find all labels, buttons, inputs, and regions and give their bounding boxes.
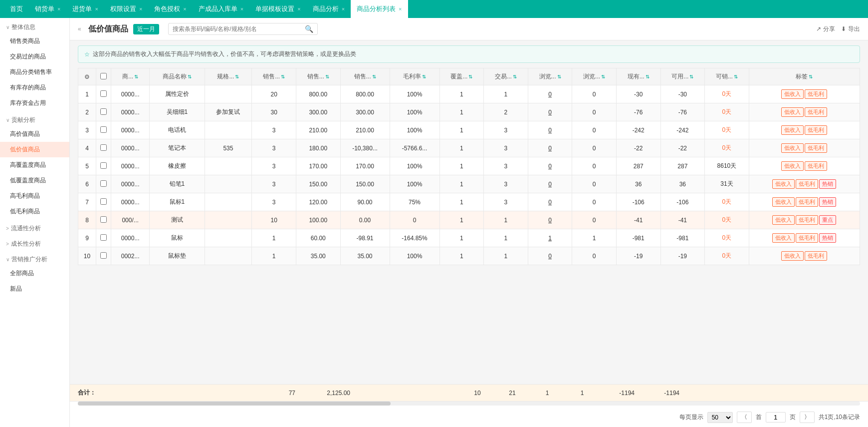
cell-view1[interactable]: 0	[528, 157, 572, 175]
col-settings[interactable]: ⚙	[78, 68, 96, 85]
close-sales-tab[interactable]: ×	[57, 6, 60, 12]
col-checkbox[interactable]	[96, 68, 111, 85]
row-checkbox[interactable]	[100, 216, 107, 223]
cell-checkbox[interactable]	[96, 211, 111, 229]
nav-inbound[interactable]: 产成品入库单 ×	[193, 0, 249, 18]
col-tags[interactable]: 标签⇅	[749, 68, 860, 85]
row-checkbox[interactable]	[100, 234, 107, 241]
nav-sales[interactable]: 销货单 ×	[29, 0, 66, 18]
col-view1[interactable]: 浏览...⇅	[528, 68, 572, 85]
col-code[interactable]: 商...⇅	[111, 68, 150, 85]
cell-view1[interactable]: 0	[528, 175, 572, 193]
sidebar-item-new-goods[interactable]: 新品	[0, 281, 69, 297]
cell-view1[interactable]: 1	[528, 229, 572, 247]
col-coverage[interactable]: 覆盖...⇅	[439, 68, 484, 85]
next-page-btn[interactable]: 〉	[800, 412, 815, 423]
col-available[interactable]: 可用...⇅	[660, 68, 705, 85]
view1-link[interactable]: 0	[548, 145, 552, 152]
col-current[interactable]: 现有...⇅	[616, 68, 660, 85]
cell-view1[interactable]: 0	[528, 139, 572, 157]
cell-checkbox[interactable]	[96, 247, 111, 265]
row-checkbox[interactable]	[100, 126, 107, 133]
sidebar-item-sales-category[interactable]: 销售类商品	[0, 33, 69, 49]
view1-link[interactable]: 0	[548, 199, 552, 206]
view1-link[interactable]: 0	[548, 217, 552, 224]
search-icon[interactable]: 🔍	[305, 25, 313, 33]
close-analysis-tab[interactable]: ×	[342, 6, 345, 12]
close-analysis-list-tab[interactable]: ×	[399, 6, 402, 12]
sidebar-item-with-stock[interactable]: 有库存的商品	[0, 80, 69, 95]
select-all-checkbox[interactable]	[100, 73, 107, 79]
sidebar-item-low-value[interactable]: 低价值商品	[0, 142, 69, 157]
sidebar-item-high-value[interactable]: 高价值商品	[0, 126, 69, 142]
sidebar-item-high-margin[interactable]: 高毛利商品	[0, 188, 69, 204]
page-input[interactable]	[766, 412, 786, 423]
col-view2[interactable]: 浏览...⇅	[572, 68, 617, 85]
col-sale-qty[interactable]: 销售...⇅	[252, 68, 296, 85]
cell-checkbox[interactable]	[96, 157, 111, 175]
horizontal-scrollbar[interactable]	[78, 402, 860, 406]
sidebar-item-low-coverage[interactable]: 低覆盖度商品	[0, 173, 69, 188]
row-checkbox[interactable]	[100, 162, 107, 169]
scrollbar-thumb[interactable]	[78, 402, 391, 406]
toggle-contribution[interactable]: ∨	[6, 117, 9, 123]
sidebar-item-all-goods[interactable]: 全部商品	[0, 266, 69, 281]
cell-checkbox[interactable]	[96, 121, 111, 139]
row-checkbox[interactable]	[100, 90, 107, 97]
nav-template[interactable]: 单据模板设置 ×	[249, 0, 306, 18]
view1-link[interactable]: 0	[548, 91, 552, 98]
first-page-btn[interactable]: 〈	[737, 412, 752, 423]
settings-icon[interactable]: ⚙	[84, 73, 90, 80]
sidebar-item-traded[interactable]: 交易过的商品	[0, 49, 69, 64]
cell-view1[interactable]: 0	[528, 247, 572, 265]
col-sale-profit[interactable]: 销售...⇅	[340, 68, 390, 85]
search-input[interactable]	[173, 25, 305, 32]
toggle-marketing[interactable]: ∨	[6, 257, 9, 262]
col-name[interactable]: 商品名称⇅	[150, 68, 205, 85]
cell-checkbox[interactable]	[96, 229, 111, 247]
col-trade[interactable]: 交易...⇅	[484, 68, 528, 85]
sidebar-item-low-margin[interactable]: 低毛利商品	[0, 204, 69, 219]
cell-view1[interactable]: 0	[528, 193, 572, 211]
nav-analysis[interactable]: 商品分析 ×	[307, 0, 351, 18]
sidebar-item-high-coverage[interactable]: 高覆盖度商品	[0, 157, 69, 173]
sidebar-collapse-btn[interactable]: «	[78, 25, 81, 32]
close-permission-tab[interactable]: ×	[139, 6, 142, 12]
nav-permission[interactable]: 权限设置 ×	[104, 0, 148, 18]
view1-link[interactable]: 0	[548, 163, 552, 170]
view1-link[interactable]: 0	[548, 253, 552, 260]
row-checkbox[interactable]	[100, 144, 107, 151]
filter-tag[interactable]: 近一月	[133, 24, 159, 34]
toggle-overall[interactable]: ∨	[6, 24, 9, 30]
cell-view1[interactable]: 0	[528, 85, 572, 103]
view1-link[interactable]: 0	[548, 127, 552, 134]
row-checkbox[interactable]	[100, 252, 107, 259]
nav-role[interactable]: 角色授权 ×	[148, 0, 192, 18]
cell-checkbox[interactable]	[96, 139, 111, 157]
sidebar-item-stock-funds[interactable]: 库存资金占用	[0, 95, 69, 111]
cell-view1[interactable]: 0	[528, 121, 572, 139]
col-margin[interactable]: 毛利率⇅	[390, 68, 439, 85]
view1-link[interactable]: 1	[548, 235, 552, 242]
export-button[interactable]: ⬇ 导出	[841, 25, 860, 33]
close-role-tab[interactable]: ×	[183, 6, 186, 12]
share-button[interactable]: ↗ 分享	[816, 25, 835, 33]
cell-view1[interactable]: 0	[528, 103, 572, 121]
close-template-tab[interactable]: ×	[297, 6, 300, 12]
cell-checkbox[interactable]	[96, 175, 111, 193]
sidebar-item-category-sales-rate[interactable]: 商品分类销售率	[0, 64, 69, 80]
cell-checkbox[interactable]	[96, 193, 111, 211]
col-spec[interactable]: 规格...⇅	[205, 68, 252, 85]
close-purchase-tab[interactable]: ×	[95, 6, 98, 12]
toggle-circulation[interactable]: >	[6, 226, 9, 231]
toggle-growth[interactable]: >	[6, 241, 9, 247]
cell-checkbox[interactable]	[96, 103, 111, 121]
col-saleable[interactable]: 可销...⇅	[705, 68, 749, 85]
nav-purchase[interactable]: 进货单 ×	[66, 0, 104, 18]
view1-link[interactable]: 0	[548, 109, 552, 116]
col-sale-amount[interactable]: 销售...⇅	[296, 68, 340, 85]
close-inbound-tab[interactable]: ×	[240, 6, 243, 12]
row-checkbox[interactable]	[100, 108, 107, 115]
row-checkbox[interactable]	[100, 180, 107, 187]
view1-link[interactable]: 0	[548, 181, 552, 188]
